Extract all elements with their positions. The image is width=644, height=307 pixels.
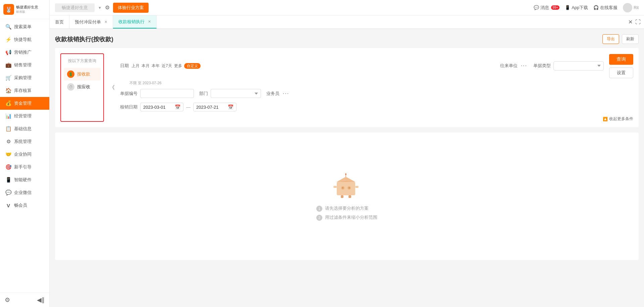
hint-text-1: 请先选择要分析的方案 [325, 205, 369, 211]
sidebar-item-enterprise[interactable]: 🤝 企业协同 [0, 148, 49, 161]
settings-icon[interactable]: ⚙ [5, 296, 10, 304]
counterparty-dots-btn[interactable]: ··· [520, 63, 528, 69]
hardware-icon: 📱 [5, 177, 11, 183]
more-date-link[interactable]: 更多 [174, 63, 182, 69]
sidebar-item-member[interactable]: V 畅会员 [0, 199, 49, 212]
sidebar-item-finance[interactable]: 💰 资金管理 [0, 97, 49, 110]
user-item[interactable]: Rit [623, 3, 639, 12]
topbar-dropdown-arrow[interactable]: ▼ [98, 6, 102, 10]
counterparty-label: 往来单位 [500, 63, 518, 69]
sidebar-item-inventory[interactable]: 🏠 库存核算 [0, 84, 49, 97]
verify-date-start-wrap: 📅 [140, 103, 183, 111]
filter-option-by-receivable[interactable]: ⏱ 按应收 [64, 81, 101, 93]
svg-point-9 [345, 173, 346, 175]
sidebar-item-hardware[interactable]: 📱 智能硬件 [0, 173, 49, 186]
username-label: Rit [634, 5, 639, 10]
export-button[interactable]: 导出 [602, 34, 619, 44]
sales-icon: 💼 [5, 62, 11, 68]
filter-row-3: 核销日期 📅 — 📅 [120, 103, 633, 111]
dept-label: 部门 [199, 91, 208, 97]
svg-rect-11 [348, 195, 351, 198]
sidebar-item-label: 智能硬件 [14, 177, 32, 183]
bill-type-select[interactable] [553, 61, 604, 70]
settings-button[interactable]: 设置 [609, 67, 633, 78]
sidebar-item-weixin[interactable]: 💬 企业微信 [0, 186, 49, 199]
weixin-icon: 💬 [5, 190, 11, 196]
refresh-button[interactable]: 刷新 [622, 34, 639, 44]
tab-collection[interactable]: 收款核销执行 ✕ [113, 15, 157, 29]
tab-prepay[interactable]: 预付冲应付单 ✕ [69, 15, 113, 29]
topbar-right: 💬 消息 99+ 📱 App下载 🎧 在线客服 Rit [534, 3, 639, 12]
sidebar-item-label: 营销推广 [14, 49, 32, 55]
dept-select[interactable] [211, 89, 261, 98]
calendar-start-icon[interactable]: 📅 [175, 104, 180, 110]
svg-rect-12 [333, 186, 337, 188]
bill-no-label: 单据编号 [120, 91, 138, 97]
svg-marker-2 [337, 177, 346, 182]
svg-rect-13 [355, 186, 359, 188]
sidebar-item-search[interactable]: 🔍 搜索菜单 [0, 20, 49, 33]
page-title: 收款核销执行(按收款) [55, 35, 113, 43]
sidebar-item-shortcut[interactable]: ⚡ 快捷导航 [0, 33, 49, 46]
topbar-gear-icon[interactable]: ⚙ [105, 4, 110, 11]
filter-option-by-receipt[interactable]: 💲 按收款 [64, 68, 101, 81]
tab-home[interactable]: 首页 [50, 15, 69, 29]
enterprise-icon: 🤝 [5, 151, 11, 157]
filter-row-2: 单据编号 部门 业务员 ··· [120, 89, 633, 98]
industry-solution-button[interactable]: 体验行业方案 [113, 3, 149, 13]
bill-no-input[interactable] [140, 89, 194, 98]
prepay-tab-close[interactable]: ✕ [104, 20, 107, 24]
expand-tab-icon[interactable]: ⛶ [635, 19, 641, 25]
app-download-item[interactable]: 📱 App下载 [565, 5, 588, 11]
svg-rect-10 [341, 195, 343, 198]
last-month-link[interactable]: 上月 [131, 63, 140, 69]
bill-no-field: 单据编号 [120, 89, 194, 98]
filter-row-1: 日期 上月 本月 本年 近7天 更多 自定义 往来单位 ··· [120, 53, 633, 78]
online-service-item[interactable]: 🎧 在线客服 [593, 5, 618, 11]
empty-state: 1 请先选择要分析的方案 2 用过滤条件来缩小分析范围 [316, 172, 377, 221]
sidebar-item-label: 资金管理 [14, 100, 32, 106]
this-year-link[interactable]: 本年 [152, 63, 160, 69]
sidebar-item-marketing[interactable]: 📢 营销推广 [0, 46, 49, 59]
verify-date-end-input[interactable] [196, 105, 226, 110]
tabbar-actions: ✕ ⛶ [625, 15, 644, 29]
collection-tab-close[interactable]: ✕ [148, 19, 151, 24]
staff-field: 业务员 ··· [266, 91, 290, 97]
this-month-link[interactable]: 本月 [142, 63, 150, 69]
topbar-brand: 畅捷通好生意 [55, 3, 95, 12]
calendar-end-icon[interactable]: 📅 [228, 104, 233, 110]
query-button[interactable]: 查询 [609, 54, 633, 65]
shortcut-icon: ⚡ [5, 37, 11, 43]
message-item[interactable]: 💬 消息 99+ [534, 5, 559, 11]
custom-date-tag[interactable]: 自定义 [184, 63, 201, 69]
collection-tab-label: 收款核销执行 [118, 19, 145, 25]
date-sub-text: 不限 至 2023-07-26 [120, 80, 161, 86]
date-range-display: 不限 至 2023-07-26 [129, 81, 161, 85]
collapse-more-section: 🔼 收起更多条件 [120, 116, 633, 122]
last-7days-link[interactable]: 近7天 [162, 63, 172, 69]
message-badge: 99+ [551, 5, 559, 10]
collapse-more-btn[interactable]: 🔼 收起更多条件 [603, 116, 633, 122]
sidebar-item-guide[interactable]: 🎯 新手引导 [0, 161, 49, 173]
verify-date-start-input[interactable] [143, 105, 173, 110]
filter-fields: 日期 上月 本月 本年 近7天 更多 自定义 往来单位 ··· [120, 53, 633, 122]
message-label: 消息 [540, 5, 549, 11]
collapse-filter-btn[interactable]: 《 [108, 53, 116, 122]
sidebar-item-basic[interactable]: 📋 基础信息 [0, 122, 49, 135]
sidebar-item-system[interactable]: ⚙ 系统管理 [0, 135, 49, 148]
prepay-tab-label: 预付冲应付单 [75, 19, 101, 25]
app-icon: 📱 [565, 5, 570, 10]
staff-dots-btn[interactable]: ··· [282, 91, 290, 97]
date-range-sep: — [186, 105, 191, 110]
sidebar-item-sales[interactable]: 💼 销售管理 [0, 59, 49, 71]
sidebar-item-label: 销售管理 [14, 62, 32, 68]
empty-hint-1: 1 请先选择要分析的方案 [316, 205, 377, 212]
logo-app-name: 畅捷通好生意 [16, 5, 38, 9]
bill-type-label: 单据类型 [533, 63, 551, 69]
collapse-sidebar-btn[interactable]: ◀‖ [37, 296, 45, 304]
sidebar-item-operation[interactable]: 📊 经营管理 [0, 110, 49, 122]
close-tab-icon[interactable]: ✕ [628, 19, 633, 25]
verify-date-end-wrap: 📅 [193, 103, 236, 111]
sidebar-item-label: 新手引导 [14, 164, 32, 170]
sidebar-item-purchase[interactable]: 🛒 采购管理 [0, 71, 49, 84]
